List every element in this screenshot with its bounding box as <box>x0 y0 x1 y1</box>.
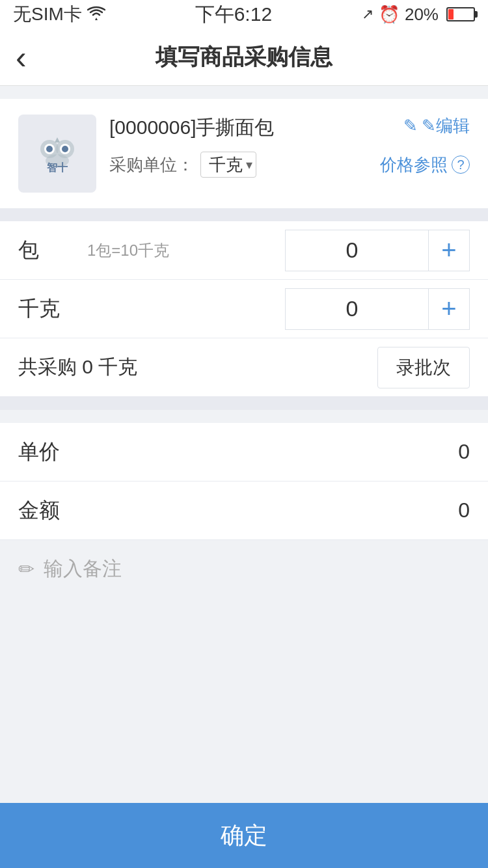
page-title: 填写商品采购信息 <box>156 42 332 72</box>
amount-value: 0 <box>458 498 470 522</box>
unit-select[interactable]: 千克 包 <box>200 152 256 178</box>
status-left: 无SIM卡 <box>13 2 105 27</box>
kg-label: 千克 <box>18 295 83 323</box>
summary-text: 共采购 0 千克 <box>18 354 137 381</box>
unit-price-label: 单价 <box>18 438 70 467</box>
location-icon: ↗ <box>362 6 373 23</box>
nav-bar: ‹ 填写商品采购信息 <box>0 29 488 86</box>
content-spacer <box>0 598 488 793</box>
svg-marker-7 <box>55 137 60 142</box>
edit-label: ✎编辑 <box>422 115 470 137</box>
status-right: ↗ ⏰ 20% <box>362 5 475 25</box>
product-meta: 采购单位： 千克 包 价格参照 ? <box>109 152 470 178</box>
product-name: [0000006]手撕面包 <box>109 115 274 141</box>
product-image: 智十 <box>18 115 96 193</box>
price-ref-button[interactable]: 价格参照 ? <box>380 154 470 176</box>
svg-point-5 <box>62 146 68 152</box>
amount-row: 金额 0 <box>0 481 488 540</box>
carrier-text: 无SIM卡 <box>13 2 82 27</box>
unit-price-value: 0 <box>458 440 470 464</box>
kg-input-row: 千克 + <box>0 280 488 338</box>
wifi-icon <box>87 4 105 25</box>
price-ref-icon: ? <box>452 156 470 174</box>
section-divider-2 <box>0 397 488 410</box>
input-section: 包 1包=10千克 + 千克 + <box>0 221 488 338</box>
bao-plus-button[interactable]: + <box>428 230 470 271</box>
bao-input-right: + <box>285 230 470 271</box>
kg-plus-button[interactable]: + <box>428 288 470 330</box>
batch-button[interactable]: 录批次 <box>377 347 470 388</box>
bao-sublabel: 1包=10千克 <box>87 240 169 261</box>
unit-select-wrap[interactable]: 千克 包 <box>200 152 256 178</box>
svg-point-4 <box>46 146 53 152</box>
back-button[interactable]: ‹ <box>16 38 34 76</box>
section-divider-1 <box>0 208 488 221</box>
amount-label: 金额 <box>18 496 70 525</box>
status-bar: 无SIM卡 下午6:12 ↗ ⏰ 20% <box>0 0 488 29</box>
product-info: [0000006]手撕面包 ✎ ✎编辑 采购单位： 千克 包 价格参照 ? <box>109 115 470 178</box>
purchase-unit-label: 采购单位： <box>109 154 194 176</box>
edit-icon: ✎ <box>403 116 418 136</box>
product-card: 智十 [0000006]手撕面包 ✎ ✎编辑 采购单位： 千克 包 <box>0 99 488 208</box>
status-time: 下午6:12 <box>195 1 272 28</box>
price-info-section: 单价 0 金额 0 <box>0 423 488 540</box>
bao-label: 包 <box>18 236 83 265</box>
confirm-bar[interactable]: 确定 <box>0 803 488 868</box>
purchase-unit: 采购单位： 千克 包 <box>109 152 256 178</box>
kg-input-right: + <box>285 288 470 330</box>
summary-row: 共采购 0 千克 录批次 <box>0 338 488 397</box>
unit-price-row: 单价 0 <box>0 423 488 481</box>
confirm-button-label: 确定 <box>221 820 267 852</box>
battery-icon <box>446 7 475 21</box>
bao-quantity-input[interactable] <box>285 230 428 271</box>
alarm-icon: ⏰ <box>379 5 400 25</box>
battery-percent: 20% <box>405 5 439 25</box>
bao-input-row: 包 1包=10千克 + <box>0 221 488 280</box>
kg-quantity-input[interactable] <box>285 288 428 330</box>
pencil-icon: ✏ <box>18 558 34 580</box>
svg-text:智十: 智十 <box>46 162 68 173</box>
remark-placeholder: 输入备注 <box>44 556 122 582</box>
remark-section[interactable]: ✏ 输入备注 <box>0 540 488 598</box>
edit-button[interactable]: ✎ ✎编辑 <box>403 115 470 137</box>
price-ref-label: 价格参照 <box>380 154 448 176</box>
